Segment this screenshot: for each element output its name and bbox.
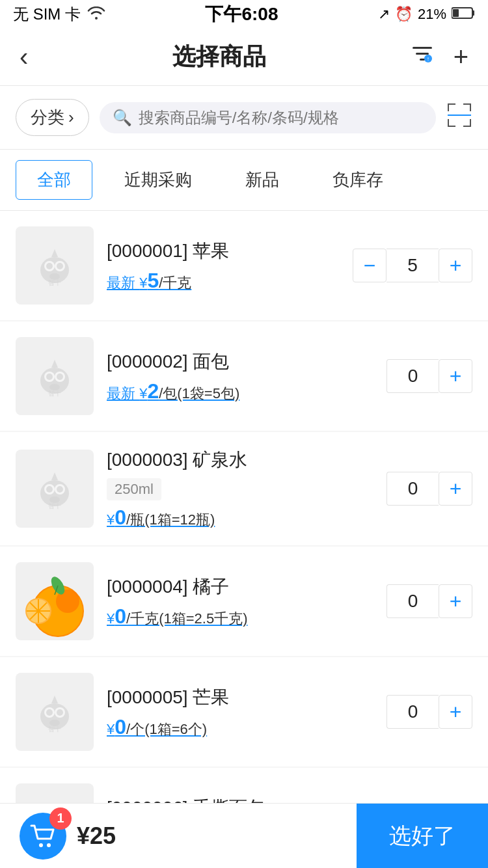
svg-point-36 xyxy=(46,486,53,493)
svg-rect-4 xyxy=(416,53,429,55)
svg-rect-13 xyxy=(448,119,449,127)
price-number: 0 xyxy=(115,506,126,529)
product-list: 智十 [0000001] 苹果 最新 ¥5/千克 − + xyxy=(0,211,488,868)
price-number: 2 xyxy=(147,379,159,403)
svg-point-21 xyxy=(57,263,63,269)
product-name: [0000005] 芒果 xyxy=(107,685,373,710)
svg-point-55 xyxy=(46,709,53,716)
tab-all[interactable]: 全部 xyxy=(16,160,92,200)
svg-point-73 xyxy=(39,843,43,847)
product-price: ¥0/个(1箱=6个) xyxy=(107,715,373,739)
svg-marker-58 xyxy=(51,696,58,703)
list-item: 智十 [0000003] 矿泉水 250ml ¥0/瓶(1箱=12瓶) + xyxy=(0,432,488,545)
add-icon[interactable]: + xyxy=(454,42,468,72)
cart-section: 1 ¥25 xyxy=(0,813,357,860)
qty-minus-button[interactable]: − xyxy=(353,249,386,282)
owl-placeholder-icon: 智十 xyxy=(32,243,77,288)
svg-rect-15 xyxy=(470,119,471,127)
list-item: [0000004] 橘子 ¥0/千克(1箱=2.5千克) + xyxy=(0,547,488,656)
svg-point-37 xyxy=(57,486,63,493)
qty-plus-button[interactable]: + xyxy=(439,359,472,393)
cart-icon xyxy=(30,824,56,848)
search-input[interactable] xyxy=(139,109,423,127)
qty-input[interactable] xyxy=(386,695,439,729)
wifi-icon xyxy=(87,5,105,23)
svg-text:智十: 智十 xyxy=(48,502,61,509)
svg-point-20 xyxy=(46,263,53,269)
quantity-control-p2: + xyxy=(386,359,472,393)
price-yuan-icon: ¥ xyxy=(107,721,115,737)
product-spec: 250ml xyxy=(107,478,161,500)
back-button[interactable]: ‹ xyxy=(20,42,28,72)
nav-actions: ↑ + xyxy=(411,42,468,72)
quantity-control-p4: + xyxy=(386,584,472,618)
price-yuan-icon: ¥ xyxy=(107,511,115,528)
qty-plus-button[interactable]: + xyxy=(439,584,472,618)
svg-rect-16 xyxy=(448,115,471,116)
battery-level: 21% xyxy=(418,6,446,23)
svg-rect-2 xyxy=(453,9,459,17)
quantity-control-p3: + xyxy=(386,472,472,506)
svg-rect-11 xyxy=(470,103,471,111)
product-image-p5: 智十 xyxy=(16,673,94,751)
confirm-button[interactable]: 选好了 xyxy=(357,804,488,868)
qty-input[interactable] xyxy=(386,359,439,393)
product-price: 最新 ¥5/千克 xyxy=(107,269,340,293)
svg-text:智十: 智十 xyxy=(48,390,61,397)
product-image-p3: 智十 xyxy=(16,450,94,528)
tab-bar: 全部 近期采购 新品 负库存 xyxy=(0,150,488,211)
qty-input[interactable] xyxy=(386,584,439,618)
category-label: 分类 xyxy=(31,106,64,129)
tab-new[interactable]: 新品 xyxy=(224,160,301,200)
scan-button[interactable] xyxy=(446,102,472,133)
list-item: 智十 [0000001] 苹果 最新 ¥5/千克 − + xyxy=(0,211,488,320)
time-display: 下午6:08 xyxy=(205,2,278,27)
status-left: 无 SIM 卡 xyxy=(13,4,105,25)
qty-plus-button[interactable]: + xyxy=(439,249,472,282)
price-number: 0 xyxy=(115,715,126,739)
svg-marker-23 xyxy=(51,249,58,257)
product-image-p1: 智十 xyxy=(16,226,94,305)
svg-text:↑: ↑ xyxy=(426,55,429,62)
bottom-bar: 1 ¥25 选好了 xyxy=(0,803,488,868)
qty-plus-button[interactable]: + xyxy=(439,472,472,506)
price-prefix: 最新 ¥ xyxy=(107,275,147,291)
quantity-control-p5: + xyxy=(386,695,472,729)
category-button[interactable]: 分类 › xyxy=(16,99,89,136)
qty-input[interactable] xyxy=(386,472,439,506)
svg-point-29 xyxy=(57,373,63,380)
orange-image xyxy=(16,562,94,640)
price-unit: /千克 xyxy=(159,275,191,291)
price-unit: /千克(1箱=2.5千克) xyxy=(126,610,247,627)
product-info-p1: [0000001] 苹果 最新 ¥5/千克 xyxy=(107,239,340,293)
svg-rect-1 xyxy=(472,10,474,16)
price-number: 5 xyxy=(147,269,159,292)
owl-placeholder-icon: 智十 xyxy=(32,466,77,511)
search-input-wrap: 🔍 xyxy=(100,102,436,133)
product-image-p2: 智十 xyxy=(16,337,94,415)
alarm-icon: ⏰ xyxy=(395,6,413,23)
cart-total: ¥25 xyxy=(77,822,116,850)
svg-marker-31 xyxy=(51,360,58,368)
qty-input[interactable] xyxy=(386,249,439,282)
svg-text:智十: 智十 xyxy=(48,726,61,733)
price-yuan-icon: ¥ xyxy=(107,610,115,627)
price-number: 0 xyxy=(115,604,126,628)
battery-icon xyxy=(452,6,475,23)
product-name: [0000004] 橘子 xyxy=(107,575,373,599)
filter-icon[interactable]: ↑ xyxy=(411,42,434,72)
page-title: 选择商品 xyxy=(172,41,266,73)
nav-bar: ‹ 选择商品 ↑ + xyxy=(0,29,488,86)
chevron-right-icon: › xyxy=(68,107,74,128)
price-unit: /个(1箱=6个) xyxy=(126,721,207,737)
product-name: [0000001] 苹果 xyxy=(107,239,340,264)
tab-recent[interactable]: 近期采购 xyxy=(103,160,213,200)
tab-negative[interactable]: 负库存 xyxy=(311,160,405,200)
product-name: [0000002] 面包 xyxy=(107,349,373,374)
svg-rect-5 xyxy=(420,59,425,61)
product-price: 最新 ¥2/包(1袋=5包) xyxy=(107,379,373,403)
cart-icon-wrap[interactable]: 1 xyxy=(20,813,66,860)
product-image-p4 xyxy=(16,562,94,640)
status-bar: 无 SIM 卡 下午6:08 ↗ ⏰ 21% xyxy=(0,0,488,29)
qty-plus-button[interactable]: + xyxy=(439,695,472,729)
